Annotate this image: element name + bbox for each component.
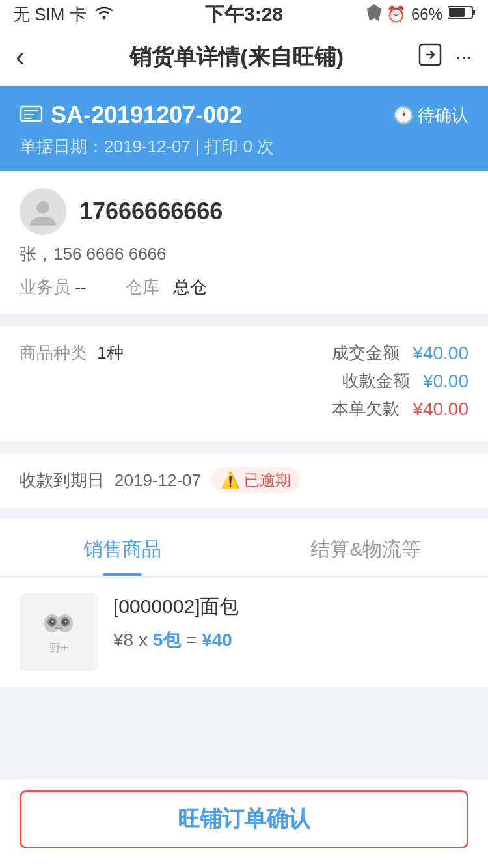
warehouse-value: 总仓	[173, 277, 207, 297]
carrier-text: 无 SIM 卡	[13, 3, 87, 26]
product-price: ¥8 x 5包 = ¥40	[113, 628, 468, 653]
clock-icon: 🕐	[393, 105, 414, 126]
avatar	[20, 188, 66, 235]
warehouse-item: 仓库 总仓	[126, 276, 208, 299]
more-icon[interactable]: ···	[455, 45, 472, 69]
customer-meta: 业务员 -- 仓库 总仓	[20, 276, 468, 299]
back-button[interactable]: ‹	[16, 42, 55, 72]
product-thumbnail: 野+	[20, 593, 98, 671]
divider-1	[0, 316, 488, 326]
status-left: 无 SIM 卡	[13, 3, 115, 26]
product-total: ¥40	[202, 630, 232, 650]
product-quantity: 5包	[153, 630, 182, 650]
overdue-text: 已逾期	[244, 470, 291, 491]
tab-sales-products[interactable]: 销售商品	[0, 519, 244, 576]
battery-icon	[448, 5, 475, 23]
order-icon	[20, 103, 43, 128]
warehouse-label: 仓库	[126, 277, 159, 297]
customer-card: 17666666666 张，156 6666 6666 业务员 -- 仓库 总仓	[0, 172, 488, 314]
order-header-card: SA-20191207-002 🕐 待确认 单据日期：2019-12-07 | …	[0, 86, 488, 171]
salesperson-label: 业务员	[20, 277, 70, 297]
battery-text: 66%	[411, 5, 442, 23]
product-type-label: 商品种类	[20, 343, 87, 362]
location-icon	[367, 4, 381, 25]
nav-bar: ‹ 销货单详情(来自旺铺) ···	[0, 29, 488, 86]
deal-amount-value: ¥40.00	[413, 343, 468, 364]
divider-2	[0, 442, 488, 453]
wifi-icon	[93, 5, 115, 25]
divider-3	[0, 509, 488, 519]
received-amount-row: 收款金额 ¥0.00	[332, 370, 468, 392]
equals-sign: =	[186, 630, 202, 650]
svg-point-13	[52, 621, 54, 623]
summary-card: 商品种类 1种 成交金额 ¥40.00 收款金额 ¥0.00 本单欠款 ¥40.…	[0, 326, 488, 441]
owed-amount-label: 本单欠款	[332, 398, 400, 420]
salesperson-item: 业务员 --	[20, 276, 87, 299]
price-unit: ¥8	[113, 630, 133, 650]
received-amount-label: 收款金额	[342, 370, 410, 392]
due-date-label: 收款到期日	[20, 469, 104, 492]
alarm-icon: ⏰	[386, 5, 406, 23]
due-date-card: 收款到期日 2019-12-07 ⚠️ 已逾期	[0, 453, 488, 508]
owed-amount-row: 本单欠款 ¥40.00	[332, 398, 468, 420]
confirm-button[interactable]: 旺铺订单确认	[20, 790, 468, 848]
svg-point-6	[36, 201, 49, 214]
status-bar: 无 SIM 卡 下午3:28 ⏰ 66%	[0, 0, 488, 29]
customer-phone: 17666666666	[79, 198, 223, 225]
salesperson-value: --	[75, 277, 86, 297]
status-right: ⏰ 66%	[367, 4, 475, 25]
product-type: 商品种类 1种	[20, 342, 124, 364]
due-date-value: 2019-12-07	[115, 470, 201, 491]
order-id: SA-20191207-002	[20, 102, 242, 129]
customer-name: 张，156 6666 6666	[20, 243, 468, 265]
product-name: [0000002]面包	[113, 593, 468, 620]
received-amount-value: ¥0.00	[423, 371, 468, 392]
product-type-value: 1种	[97, 343, 123, 362]
tabs-container: 销售商品 结算&物流等	[0, 519, 488, 576]
svg-point-14	[65, 621, 67, 623]
share-icon[interactable]	[418, 43, 442, 72]
warning-icon: ⚠️	[221, 471, 240, 489]
order-date: 单据日期：2019-12-07 | 打印 0 次	[20, 135, 468, 158]
svg-rect-2	[472, 10, 475, 15]
page-title: 销货单详情(来自旺铺)	[55, 42, 418, 72]
overdue-badge: ⚠️ 已逾期	[211, 467, 300, 493]
product-info: [0000002]面包 ¥8 x 5包 = ¥40	[113, 593, 468, 653]
deal-amount-row: 成交金额 ¥40.00	[332, 342, 468, 364]
order-status: 🕐 待确认	[393, 104, 468, 127]
svg-rect-3	[449, 8, 465, 17]
status-time: 下午3:28	[205, 1, 283, 28]
product-card: 野+ [0000002]面包 ¥8 x 5包 = ¥40	[0, 578, 488, 687]
nav-actions: ···	[418, 43, 472, 72]
amounts: 成交金额 ¥40.00 收款金额 ¥0.00 本单欠款 ¥40.00	[332, 342, 468, 426]
tab-settlement[interactable]: 结算&物流等	[244, 519, 488, 576]
bottom-bar: 旺铺订单确认	[0, 780, 488, 868]
deal-amount-label: 成交金额	[332, 342, 400, 364]
svg-point-0	[102, 16, 105, 19]
owed-amount-value: ¥40.00	[413, 399, 468, 420]
price-separator: x	[139, 630, 153, 650]
